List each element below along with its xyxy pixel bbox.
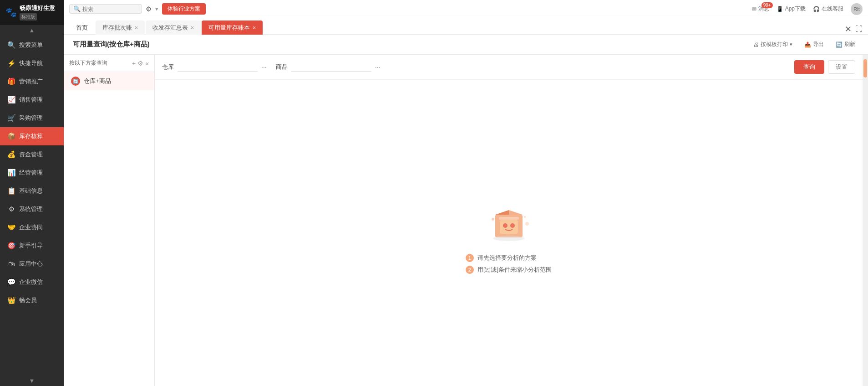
sidebar-item-label: 搜索菜单	[19, 41, 43, 49]
sidebar-item-shortcut[interactable]: ⚡ 快捷导航	[0, 54, 64, 72]
user-name: Rit	[853, 6, 859, 12]
topbar-dropdown-icon[interactable]: ▾	[155, 5, 158, 12]
sidebar-item-marketing[interactable]: 🎁 营销推广	[0, 72, 64, 91]
refresh-btn[interactable]: 🔄 刷新	[832, 39, 859, 50]
page-actions: 🖨 按模板打印 ▾ 📤 导出 🔄 刷新	[750, 39, 859, 50]
tab-close-btn[interactable]: ✕	[845, 24, 852, 34]
sidebar-item-label: 经营管理	[19, 169, 43, 177]
scroll-down[interactable]: ▼	[0, 375, 64, 386]
app-download-btn[interactable]: 📱 App下载	[777, 5, 806, 13]
export-label: 导出	[813, 41, 824, 48]
sidebar-item-enterprise[interactable]: 🤝 企业协同	[0, 218, 64, 237]
sidebar-nav: 🔍 搜索菜单 ⚡ 快捷导航 🎁 营销推广 📈 销售管理 🛒 采购管理 📦 库存核…	[0, 36, 64, 375]
sidebar-item-label: 资金管理	[19, 150, 43, 159]
tab-available-account[interactable]: 可用量库存账本 ×	[202, 21, 263, 35]
sidebar-item-inventory[interactable]: 📦 库存核算	[0, 127, 64, 145]
print-dropdown-icon: ▾	[790, 41, 792, 47]
tab-home[interactable]: 首页	[69, 21, 95, 35]
right-scrollbar[interactable]	[863, 55, 868, 386]
sidebar-item-label: 企业协同	[19, 223, 43, 232]
finance-icon: 💰	[7, 150, 15, 159]
online-service-btn[interactable]: 🎧 在线客服	[813, 5, 843, 13]
tab-expand-btn[interactable]: ⛶	[855, 25, 863, 33]
phone-icon: 📱	[777, 6, 783, 12]
tab-collect-summary[interactable]: 收发存汇总表 ×	[146, 21, 201, 35]
svg-marker-2	[509, 210, 523, 215]
filter-row: 仓库 ··· 商品 ··· 查询 设置	[155, 55, 863, 80]
message-icon: ✉	[752, 6, 756, 12]
sidebar-item-system[interactable]: ⚙ 系统管理	[0, 200, 64, 218]
sidebar-item-search[interactable]: 🔍 搜索菜单	[0, 36, 64, 54]
scheme-warehouse-goods[interactable]: 🔄 仓库+商品	[64, 72, 154, 90]
inventory-icon: 📦	[7, 132, 15, 140]
tab-batch-account-close[interactable]: ×	[135, 25, 138, 31]
right-panel: 仓库 ··· 商品 ··· 查询 设置	[155, 55, 863, 386]
collapse-icon[interactable]: «	[145, 60, 149, 67]
svg-point-10	[525, 222, 529, 226]
warehouse-more-icon[interactable]: ···	[261, 63, 267, 71]
page-title: 可用量查询(按仓库+商品)	[73, 40, 150, 49]
user-avatar[interactable]: Rit	[851, 3, 863, 15]
sidebar-item-newbie[interactable]: 🎯 新手引导	[0, 237, 64, 255]
sidebar-item-purchase[interactable]: 🛒 采购管理	[0, 109, 64, 127]
search-input[interactable]	[82, 6, 128, 12]
sales-icon: 📈	[7, 96, 15, 104]
hint-text-2: 用[过滤]条件来缩小分析范围	[477, 266, 552, 274]
add-scheme-icon[interactable]: +	[132, 60, 136, 67]
message-badge: 99+	[761, 2, 773, 8]
refresh-icon: 🔄	[836, 41, 843, 48]
hint-item-1: 1 请先选择要分析的方案	[466, 254, 552, 262]
scroll-up[interactable]: ▲	[0, 25, 64, 36]
hint-num-2: 2	[466, 266, 474, 274]
message-btn[interactable]: ✉ 消息 99+	[752, 5, 769, 13]
left-panel-header: 按以下方案查询 + ⚙ «	[64, 55, 154, 72]
filter-settings-button[interactable]: 设置	[828, 60, 855, 74]
hint-num-1: 1	[466, 254, 474, 262]
sidebar-item-label: 库存核算	[19, 132, 43, 140]
scrollbar-thumb[interactable]	[863, 59, 867, 77]
sidebar-item-label: 基础信息	[19, 187, 43, 195]
sidebar-item-appstore[interactable]: 🛍 应用中心	[0, 255, 64, 273]
sidebar-item-sales[interactable]: 📈 销售管理	[0, 91, 64, 109]
sidebar-item-label: 采购管理	[19, 114, 43, 122]
tab-available-account-close[interactable]: ×	[253, 25, 256, 31]
app-name: 畅康通好生意	[20, 5, 55, 12]
topbar-right: ✉ 消息 99+ 📱 App下载 🎧 在线客服 Rit	[752, 3, 863, 15]
tabbar-right: ✕ ⛶	[845, 24, 863, 34]
scheme-settings-icon[interactable]: ⚙	[137, 60, 143, 67]
basic-icon: 📋	[7, 187, 15, 195]
scheme-label: 仓库+商品	[84, 77, 111, 85]
topbar-search-box[interactable]: 🔍	[69, 4, 142, 14]
export-btn[interactable]: 📤 导出	[801, 39, 827, 50]
newbie-icon: 🎯	[7, 242, 15, 250]
sidebar-item-label: 营销推广	[19, 77, 43, 86]
tab-available-account-label: 可用量库存账本	[208, 24, 250, 32]
export-icon: 📤	[804, 41, 811, 48]
sidebar-item-member[interactable]: 👑 畅会员	[0, 291, 64, 309]
topbar-gear-icon[interactable]: ⚙	[146, 5, 152, 13]
sidebar-item-wechat[interactable]: 💬 企业微信	[0, 273, 64, 291]
member-icon: 👑	[7, 296, 15, 304]
wechat-icon: 💬	[7, 278, 15, 286]
print-btn[interactable]: 🖨 按模板打印 ▾	[750, 39, 796, 50]
main-area: 🔍 ⚙ ▾ 体验行业方案 ✉ 消息 99+ 📱 App下载 🎧 在线客服 Rit	[64, 0, 868, 386]
tab-batch-account[interactable]: 库存批次账 ×	[96, 21, 145, 35]
tab-collect-summary-close[interactable]: ×	[191, 25, 194, 31]
trial-btn[interactable]: 体验行业方案	[162, 3, 206, 15]
appstore-icon: 🛍	[7, 260, 15, 268]
tab-home-label: 首页	[76, 24, 88, 32]
query-button[interactable]: 查询	[794, 60, 824, 74]
svg-rect-4	[500, 220, 518, 234]
goods-filter-label: 商品	[276, 63, 288, 71]
sidebar-item-basic[interactable]: 📋 基础信息	[0, 182, 64, 200]
left-panel-title: 按以下方案查询	[69, 59, 107, 67]
sidebar-item-finance[interactable]: 💰 资金管理	[0, 145, 64, 164]
topbar: 🔍 ⚙ ▾ 体验行业方案 ✉ 消息 99+ 📱 App下载 🎧 在线客服 Rit	[64, 0, 868, 18]
svg-marker-1	[495, 210, 509, 215]
sidebar-item-operation[interactable]: 📊 经营管理	[0, 164, 64, 182]
warehouse-input[interactable]	[178, 62, 258, 72]
goods-more-icon[interactable]: ···	[375, 63, 381, 71]
tab-batch-account-label: 库存批次账	[102, 24, 132, 32]
svg-point-9	[524, 216, 526, 218]
goods-input[interactable]	[291, 62, 371, 72]
